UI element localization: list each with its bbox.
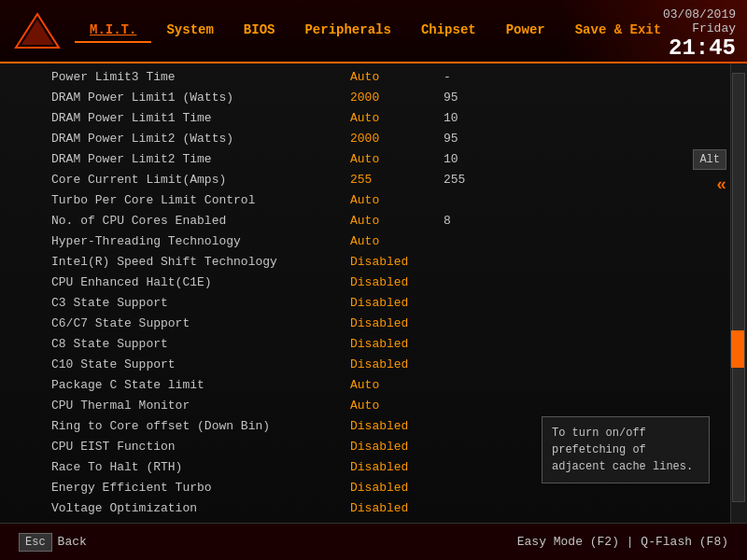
table-row[interactable]: Voltage OptimizationDisabled [0,498,730,519]
setting-value: Disabled [350,417,444,436]
day-display: Friday [663,21,736,35]
table-row[interactable]: No. of CPU Cores EnabledAuto8 [0,211,730,231]
esc-back-button[interactable]: Esc Back [19,533,87,552]
setting-name: DRAM Power Limit1 Time [51,109,350,128]
setting-value: Auto [350,212,444,231]
table-row[interactable]: C8 State SupportDisabled [0,334,730,355]
date-display: 03/08/2019 [663,7,736,21]
tooltip-text: To turn on/off prefetching of adjacent c… [552,427,693,473]
setting-name: Hyper-Threading Technology [51,232,350,251]
setting-name: C6/C7 State Support [51,315,350,333]
setting-name: Voltage Optimization [51,499,350,518]
setting-value: Disabled [350,438,444,456]
nav-menu: M.I.T. System BIOS Peripherals Chipset P… [75,19,747,43]
setting-name: C8 State Support [51,335,350,354]
setting-value: Disabled [350,356,444,374]
nav-item-bios[interactable]: BIOS [229,19,290,43]
tooltip-box: To turn on/off prefetching of adjacent c… [542,416,710,483]
scrollbar-track [732,73,745,502]
chevron-left-icon[interactable]: « [716,175,726,194]
datetime: 03/08/2019 Friday 21:45 [663,7,736,61]
setting-value: Disabled [350,273,444,292]
setting-name: No. of CPU Cores Enabled [51,212,350,231]
setting-name: DRAM Power Limit2 (Watts) [51,130,350,148]
header: AORUS M.I.T. System BIOS Peripherals Chi… [0,0,747,63]
setting-value: 2000 [350,89,444,107]
table-row[interactable]: DRAM Power Limit1 (Watts)200095 [0,88,730,108]
main-content: Power Limit3 TimeAuto-DRAM Power Limit1 … [0,63,730,523]
table-row[interactable]: Turbo Per Core Limit ControlAuto [0,190,730,211]
table-row[interactable]: CPU Thermal MonitorAuto [0,396,730,416]
setting-extra: - [444,68,451,87]
setting-extra: 255 [444,171,465,189]
nav-item-peripherals[interactable]: Peripherals [289,19,405,43]
table-row[interactable]: Intel(R) Speed Shift TechnologyDisabled [0,252,730,273]
setting-value: Auto [350,68,444,87]
setting-name: Turbo Per Core Limit Control [51,191,350,210]
time-display: 21:45 [663,35,736,61]
setting-name: CPU Enhanced Halt(C1E) [51,273,350,292]
setting-name: C10 State Support [51,356,350,374]
setting-name: C3 State Support [51,294,350,313]
table-row[interactable]: DRAM Power Limit2 (Watts)200095 [0,129,730,149]
setting-value: Disabled [350,315,444,333]
logo: AORUS [9,7,65,54]
setting-value: Auto [350,232,444,251]
table-row[interactable]: Package C State limitAuto [0,375,730,396]
setting-value: Auto [350,376,444,395]
nav-item-save-exit[interactable]: Save & Exit [560,19,676,43]
setting-extra: 8 [444,212,451,231]
setting-value: Auto [350,191,444,210]
setting-value: Disabled [350,294,444,313]
nav-item-chipset[interactable]: Chipset [406,19,491,43]
setting-name: Race To Halt (RTH) [51,458,350,477]
scrollbar-thumb[interactable] [731,330,744,368]
table-row[interactable]: C6/C7 State SupportDisabled [0,314,730,334]
setting-name: DRAM Power Limit1 (Watts) [51,89,350,107]
setting-extra: 10 [444,150,458,169]
back-label: Back [58,535,87,549]
setting-value: Disabled [350,479,444,497]
setting-extra: 95 [444,130,458,148]
setting-value: 255 [350,171,444,189]
setting-value: Disabled [350,335,444,354]
table-row[interactable]: C3 State SupportDisabled [0,293,730,314]
scrollbar[interactable] [730,63,747,549]
setting-name: CPU Thermal Monitor [51,397,350,415]
nav-item-system[interactable]: System [151,19,228,43]
footer: Esc Back Easy Mode (F2) | Q-Flash (F8) [0,523,747,560]
setting-value: Auto [350,109,444,128]
table-row[interactable]: DRAM Power Limit2 TimeAuto10 [0,149,730,170]
table-row[interactable]: DRAM Power Limit1 TimeAuto10 [0,108,730,129]
table-row[interactable]: Power Limit3 TimeAuto- [0,67,730,88]
setting-extra: 95 [444,89,458,107]
setting-value: Auto [350,397,444,415]
setting-value: Disabled [350,458,444,477]
table-row[interactable]: Core Current Limit(Amps)255255 [0,170,730,190]
setting-value: Disabled [350,499,444,518]
table-row[interactable]: Hyper-Threading TechnologyAuto [0,231,730,252]
setting-name: CPU EIST Function [51,438,350,456]
setting-value: 2000 [350,130,444,148]
table-row[interactable]: CPU Enhanced Halt(C1E)Disabled [0,273,730,293]
setting-name: Power Limit3 Time [51,68,350,87]
setting-name: Energy Efficient Turbo [51,479,350,497]
nav-item-mit[interactable]: M.I.T. [75,19,151,43]
nav-item-power[interactable]: Power [491,19,560,43]
footer-right-shortcuts: Easy Mode (F2) | Q-Flash (F8) [517,535,728,549]
setting-name: Package C State limit [51,376,350,395]
setting-value: Auto [350,150,444,169]
esc-key[interactable]: Esc [19,533,52,552]
alt-button[interactable]: Alt [693,149,726,170]
setting-name: DRAM Power Limit2 Time [51,150,350,169]
setting-extra: 10 [444,109,458,128]
setting-name: Intel(R) Speed Shift Technology [51,253,350,272]
table-row[interactable]: C10 State SupportDisabled [0,355,730,375]
setting-name: Ring to Core offset (Down Bin) [51,417,350,436]
setting-value: Disabled [350,253,444,272]
setting-name: Core Current Limit(Amps) [51,171,350,189]
